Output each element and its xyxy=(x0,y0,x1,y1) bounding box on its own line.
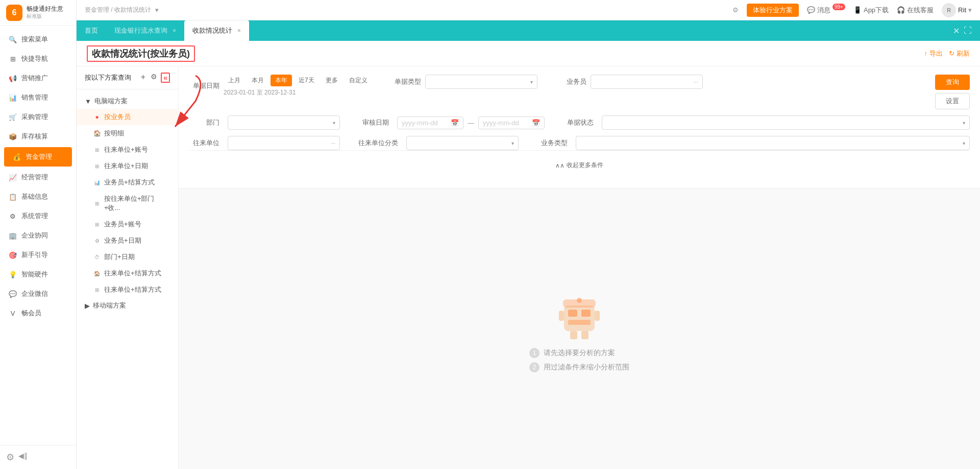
grid-icon: ⊞ xyxy=(8,54,17,63)
svg-rect-3 xyxy=(568,320,591,325)
tip-num-2: 2 xyxy=(529,362,540,372)
partner-date-icon: ⊞ xyxy=(93,162,101,170)
sidebar-item-guide[interactable]: 🎯 新手引导 xyxy=(0,245,76,265)
dept-select[interactable]: ▾ xyxy=(228,115,340,130)
partner-select[interactable]: ··· xyxy=(228,136,340,150)
calendar-end-icon: 📅 xyxy=(532,119,540,127)
tree-item-salesman-method[interactable]: 📊 业务员+结算方式 xyxy=(77,174,178,191)
gear-icon[interactable]: ⚙ xyxy=(732,6,739,14)
tip-num-1: 1 xyxy=(529,348,540,358)
svg-point-9 xyxy=(577,298,582,303)
doc-status-select[interactable]: ▾ xyxy=(602,115,970,130)
date-tab-last7[interactable]: 近7天 xyxy=(294,75,319,86)
trial-button[interactable]: 体验行业方案 xyxy=(747,4,799,17)
svg-rect-7 xyxy=(581,331,589,339)
business-type-select[interactable]: ▾ xyxy=(576,136,970,150)
sidebar-item-vip[interactable]: V 畅会员 xyxy=(0,303,76,323)
partner-category-select[interactable]: ▾ xyxy=(406,136,519,150)
app-download-button[interactable]: 📱 App下载 xyxy=(853,6,889,15)
salesman-select[interactable]: ··· xyxy=(591,75,703,89)
sidebar-item-purchase[interactable]: 🛒 采购管理 xyxy=(0,107,76,127)
empty-state: 1 请先选择要分析的方案 2 用过滤条件来缩小分析范围 xyxy=(179,189,980,469)
doc-type-select[interactable]: ▾ xyxy=(425,75,537,89)
user-area[interactable]: R Rit ▾ xyxy=(942,3,972,17)
tree-item-by-detail[interactable]: 🏠 按明细 xyxy=(77,125,178,142)
logo-icon: 6 xyxy=(6,5,22,21)
sidebar-item-enterprise[interactable]: 🏢 企业协同 xyxy=(0,226,76,245)
sidebar-collapse-icon[interactable]: ◀‖ xyxy=(18,452,28,463)
tree-item-partner-account[interactable]: ⊞ 往来单位+账号 xyxy=(77,142,178,158)
date-tab-this-month[interactable]: 本月 xyxy=(247,75,268,86)
refresh-button[interactable]: ↻ 刷新 xyxy=(949,49,970,58)
tree-item-partner-method[interactable]: 🏠 往来单位+结算方式 xyxy=(77,265,178,282)
tree-group-desktop[interactable]: ▼ 电脑端方案 xyxy=(77,93,178,109)
add-scheme-button[interactable]: + xyxy=(139,73,147,83)
tree-item-partner-method2[interactable]: ⊞ 往来单位+结算方式 xyxy=(77,282,178,298)
sidebar-item-inventory[interactable]: 📦 库存核算 xyxy=(0,127,76,146)
tab-receipt[interactable]: 收款情况统计 × xyxy=(184,20,249,41)
sidebar-item-marketing[interactable]: 📢 营销推广 xyxy=(0,68,76,88)
date-tab-this-year[interactable]: 本年 xyxy=(271,75,292,86)
salesman-icon: ● xyxy=(93,113,101,121)
date-range: 2023-01-01 至 2023-12-31 xyxy=(224,88,372,97)
purchase-icon: 🛒 xyxy=(8,112,17,122)
empty-tips: 1 请先选择要分析的方案 2 用过滤条件来缩小分析范围 xyxy=(529,348,629,372)
refresh-icon: ↻ xyxy=(949,50,954,57)
svg-rect-4 xyxy=(559,311,564,321)
review-date-start-input[interactable]: yyyy-mm-dd 📅 xyxy=(397,116,463,129)
sidebar-nav: 🔍 搜索菜单 ⊞ 快捷导航 📢 营销推广 📊 销售管理 🛒 采购管理 📦 库存核… xyxy=(0,26,76,445)
tab-home[interactable]: 首页 xyxy=(77,20,106,41)
dept-date-icon: ⏱ xyxy=(93,253,101,261)
inventory-icon: 📦 xyxy=(8,132,17,141)
sidebar-item-hardware[interactable]: 💡 智能硬件 xyxy=(0,265,76,284)
tree-group-mobile[interactable]: ▶ 移动端方案 xyxy=(77,298,178,313)
sidebar-item-operation[interactable]: 📈 经营管理 xyxy=(0,168,76,187)
date-tab-more[interactable]: 更多 xyxy=(321,75,342,86)
settings-button[interactable]: 设置 xyxy=(935,93,970,109)
scheme-settings-icon[interactable]: ⚙ xyxy=(149,73,159,83)
tree-item-salesman-account[interactable]: ⊞ 业务员+账号 xyxy=(77,216,178,232)
sidebar: 6 畅捷通好生意 标准版 🔍 搜索菜单 ⊞ 快捷导航 📢 营销推广 📊 销售管理… xyxy=(0,0,77,469)
system-icon: ⚙ xyxy=(8,212,17,221)
content: 按以下方案查询 + ⚙ « ▼ 电脑端方案 ● 按业务员 🏠 按 xyxy=(77,66,980,469)
sidebar-item-search[interactable]: 🔍 搜索菜单 xyxy=(0,30,76,49)
messages-button[interactable]: 💬 消息 99+ xyxy=(807,6,845,15)
svg-rect-1 xyxy=(568,310,577,317)
filter-area: 单据日期 上月 本月 本年 近7天 更多 自定义 2023-01-01 至 20… xyxy=(179,66,980,189)
tree-item-partner-date[interactable]: ⊞ 往来单位+日期 xyxy=(77,158,178,174)
tab-bank[interactable]: 现金银行流水查询 × xyxy=(106,20,184,41)
date-tab-last-month[interactable]: 上月 xyxy=(224,75,245,86)
review-date-label: 审核日期 xyxy=(358,118,389,127)
sidebar-item-basic[interactable]: 📋 基础信息 xyxy=(0,187,76,206)
sidebar-item-quicknav[interactable]: ⊞ 快捷导航 xyxy=(0,49,76,68)
sidebar-item-wechat[interactable]: 💬 企业微信 xyxy=(0,284,76,303)
tab-bank-close[interactable]: × xyxy=(173,27,176,34)
query-button[interactable]: 查询 xyxy=(935,75,970,90)
date-tab-custom[interactable]: 自定义 xyxy=(345,75,372,86)
date-range-separator: — xyxy=(468,119,474,127)
maximize-button[interactable]: ⛶ xyxy=(964,26,972,35)
tree-item-dept-date[interactable]: ⏱ 部门+日期 xyxy=(77,249,178,265)
doc-status-arrow-icon: ▾ xyxy=(963,120,965,126)
sidebar-item-sales[interactable]: 📊 销售管理 xyxy=(0,88,76,107)
online-service-button[interactable]: 🎧 在线客服 xyxy=(897,6,934,15)
sidebar-item-capital[interactable]: 💰 资金管理 xyxy=(4,147,72,167)
partner-category-label: 往来单位分类 xyxy=(358,138,398,148)
tree-item-salesman-date[interactable]: ⚙ 业务员+日期 xyxy=(77,232,178,249)
close-window-button[interactable]: ✕ xyxy=(953,26,960,36)
tree-item-by-salesman[interactable]: ● 按业务员 xyxy=(77,109,178,125)
message-icon: 💬 xyxy=(807,6,815,14)
review-date-end-input[interactable]: yyyy-mm-dd 📅 xyxy=(478,116,545,129)
tree-item-partner-dept[interactable]: ⊞ 按往来单位+部门+收... xyxy=(77,191,178,216)
user-avatar: R xyxy=(942,3,956,17)
export-icon: ↑ xyxy=(924,50,928,57)
sidebar-item-system[interactable]: ⚙ 系统管理 xyxy=(0,206,76,226)
partner-category-arrow-icon: ▾ xyxy=(511,140,514,146)
date-tabs: 上月 本月 本年 近7天 更多 自定义 xyxy=(224,75,372,86)
export-button[interactable]: ↑ 导出 xyxy=(924,49,943,58)
collapse-panel-icon[interactable]: « xyxy=(161,73,170,83)
tab-receipt-close[interactable]: × xyxy=(237,27,241,34)
sidebar-settings-icon[interactable]: ⚙ xyxy=(6,452,14,463)
collapse-conditions-button[interactable]: ∧∧ 收起更多条件 xyxy=(195,157,964,174)
business-type-arrow-icon: ▾ xyxy=(963,140,965,146)
